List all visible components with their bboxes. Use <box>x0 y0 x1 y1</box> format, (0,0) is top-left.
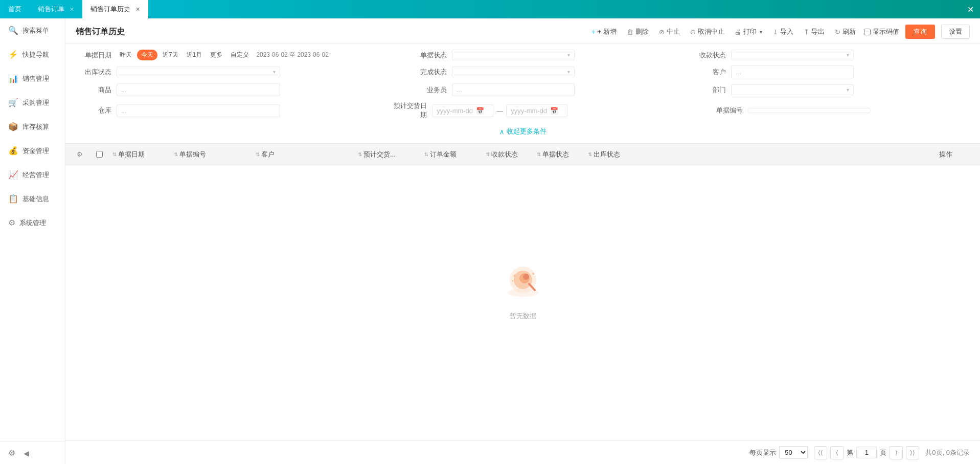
date-tab-1month[interactable]: 近1月 <box>184 50 206 60</box>
product-input[interactable]: ... <box>117 83 280 96</box>
th-amount[interactable]: ⇅ 订单金额 <box>420 150 482 159</box>
date-tab-more[interactable]: 更多 <box>207 50 225 60</box>
sidebar-settings-icon[interactable]: ⚙ <box>8 448 15 458</box>
receipt-status-arrow-icon: ▾ <box>847 52 849 58</box>
warehouse-input[interactable]: ... <box>117 104 280 117</box>
delete-button[interactable]: 🗑 删除 <box>625 26 651 37</box>
th-doc-no[interactable]: ⇅ 单据编号 <box>170 150 252 159</box>
cancel-stop-button[interactable]: ⊙ 取消中止 <box>688 26 726 37</box>
tab-sales-order-history-close[interactable]: ✕ <box>135 6 140 13</box>
doc-status-select[interactable]: ▾ <box>452 50 575 60</box>
tab-home-label: 首页 <box>8 5 21 14</box>
sidebar-item-search[interactable]: 🔍 搜索菜单 <box>0 18 65 42</box>
filter-product-section: 商品 ... <box>76 83 411 96</box>
new-button[interactable]: + + 新增 <box>589 26 619 37</box>
setting-button[interactable]: 设置 <box>941 25 970 39</box>
top-bar: 首页 销售订单 ✕ 销售订单历史 ✕ ✕ <box>0 0 980 18</box>
prev-page-button[interactable]: ⟨ <box>830 446 844 459</box>
sidebar-item-purchase[interactable]: 🛒 采购管理 <box>0 91 65 115</box>
sidebar-item-inventory-label: 库存核算 <box>22 122 49 131</box>
warehouse-label: 仓库 <box>76 106 117 115</box>
tab-home[interactable]: 首页 <box>0 0 30 18</box>
filter-doc-no-section: 单据编号 <box>707 106 970 115</box>
sidebar-item-capital-label: 资金管理 <box>22 146 49 156</box>
filter-doc-status-section: 单据状态 ▾ <box>411 50 691 60</box>
salesperson-input[interactable]: ... <box>452 83 575 96</box>
sidebar-collapse-icon[interactable]: ◀ <box>24 449 29 457</box>
import-icon: ⤓ <box>772 28 778 36</box>
date-tab-today[interactable]: 今天 <box>137 50 157 60</box>
tab-sales-order[interactable]: 销售订单 ✕ <box>30 0 82 18</box>
warehouse-ellipsis: ... <box>121 107 127 115</box>
doc-no-input[interactable] <box>748 108 871 113</box>
svg-point-4 <box>523 274 529 280</box>
sidebar-item-capital[interactable]: 💰 资金管理 <box>0 139 65 163</box>
product-ellipsis: ... <box>121 86 127 94</box>
import-button[interactable]: ⤓ 导入 <box>770 26 795 37</box>
select-all-checkbox[interactable] <box>96 151 103 158</box>
tab-sales-order-history[interactable]: 销售订单历史 ✕ <box>82 0 148 18</box>
complete-status-select[interactable]: ▾ <box>452 67 575 77</box>
sidebar-item-operation[interactable]: 📈 经营管理 <box>0 163 65 187</box>
department-select[interactable]: ▾ <box>731 84 854 95</box>
th-payment-status[interactable]: ⇅ 收款状态 <box>482 150 533 159</box>
new-icon: + <box>591 28 596 36</box>
sidebar-item-quick-nav[interactable]: ⚡ 快捷导航 <box>0 42 65 67</box>
new-label: + 新增 <box>598 27 617 36</box>
calendar-to-icon[interactable]: 📅 <box>550 107 558 115</box>
out-status-select[interactable]: ▾ <box>117 67 280 77</box>
empty-icon <box>497 254 549 305</box>
export-label: 导出 <box>811 27 825 36</box>
stop-label: 中止 <box>667 27 680 36</box>
export-button[interactable]: ⤒ 导出 <box>802 26 827 37</box>
sidebar-item-sales-label: 销售管理 <box>22 74 49 83</box>
customer-input[interactable]: ... <box>731 65 854 78</box>
sidebar-item-sales[interactable]: 📊 销售管理 <box>0 67 65 91</box>
delivery-date-to-input[interactable]: yyyy-mm-dd 📅 <box>506 104 567 117</box>
display-columns-checkbox[interactable] <box>864 29 871 35</box>
empty-text: 暂无数据 <box>510 312 536 321</box>
refresh-button[interactable]: ↻ 刷新 <box>833 26 858 37</box>
display-columns-checkbox-label[interactable]: 显示码值 <box>864 27 899 36</box>
tab-sales-order-close[interactable]: ✕ <box>70 6 74 13</box>
th-doc-date[interactable]: ⇅ 单据日期 <box>108 150 170 159</box>
filter-date-value: 昨天 今天 近7天 近1月 更多 自定义 2023-06-02 至 2023-0… <box>117 50 411 60</box>
sidebar-item-operation-label: 经营管理 <box>22 170 49 180</box>
th-settings[interactable]: ⚙ <box>70 150 90 158</box>
date-tab-7days[interactable]: 近7天 <box>159 50 181 60</box>
sidebar-item-system[interactable]: ⚙ 系统管理 <box>0 211 65 235</box>
calendar-from-icon[interactable]: 📅 <box>476 107 484 115</box>
query-button[interactable]: 查询 <box>905 25 935 39</box>
next-page-button[interactable]: ⟩ <box>890 446 903 459</box>
th-doc-status-label: 单据状态 <box>542 150 569 159</box>
date-tab-custom[interactable]: 自定义 <box>227 50 252 60</box>
window-close-icon[interactable]: ✕ <box>967 5 974 14</box>
first-page-button[interactable]: ⟨⟨ <box>814 446 827 459</box>
sidebar-item-basic[interactable]: 📋 基础信息 <box>0 187 65 211</box>
th-out-status[interactable]: ⇅ 出库状态 <box>584 150 935 159</box>
stop-button[interactable]: ⊘ 中止 <box>657 26 682 37</box>
department-label: 部门 <box>690 85 731 95</box>
filter-warehouse-section: 仓库 ... <box>76 104 391 117</box>
receipt-status-select[interactable]: ▾ <box>731 50 854 60</box>
sidebar-item-inventory[interactable]: 📦 库存核算 <box>0 115 65 139</box>
last-page-button[interactable]: ⟩⟩ <box>906 446 919 459</box>
collapse-bar[interactable]: ∧ 收起更多条件 <box>76 125 970 137</box>
print-button[interactable]: 🖨 打印 <box>733 26 764 37</box>
delivery-date-to-text: yyyy-mm-dd <box>511 107 547 115</box>
th-check[interactable] <box>90 151 108 158</box>
th-doc-status[interactable]: ⇅ 单据状态 <box>533 150 584 159</box>
filter-row-4: 仓库 ... 预计交货日期 yyyy-mm-dd 📅 — yyyy-mm-dd … <box>76 101 970 120</box>
collapse-text: 收起更多条件 <box>507 127 546 136</box>
th-customer[interactable]: ⇅ 客户 <box>252 150 354 159</box>
th-delivery[interactable]: ⇅ 预计交货... <box>354 150 420 159</box>
page-size-select[interactable]: 10 20 50 100 <box>779 446 808 459</box>
sidebar-item-basic-label: 基础信息 <box>22 194 49 204</box>
capital-icon: 💰 <box>8 146 18 156</box>
receipt-status-label: 收款状态 <box>690 51 731 60</box>
out-status-arrow-icon: ▾ <box>273 69 276 75</box>
delivery-date-from-input[interactable]: yyyy-mm-dd 📅 <box>432 104 493 117</box>
date-tab-yesterday[interactable]: 昨天 <box>117 50 135 60</box>
system-icon: ⚙ <box>8 218 15 228</box>
page-number-input[interactable] <box>856 447 877 458</box>
